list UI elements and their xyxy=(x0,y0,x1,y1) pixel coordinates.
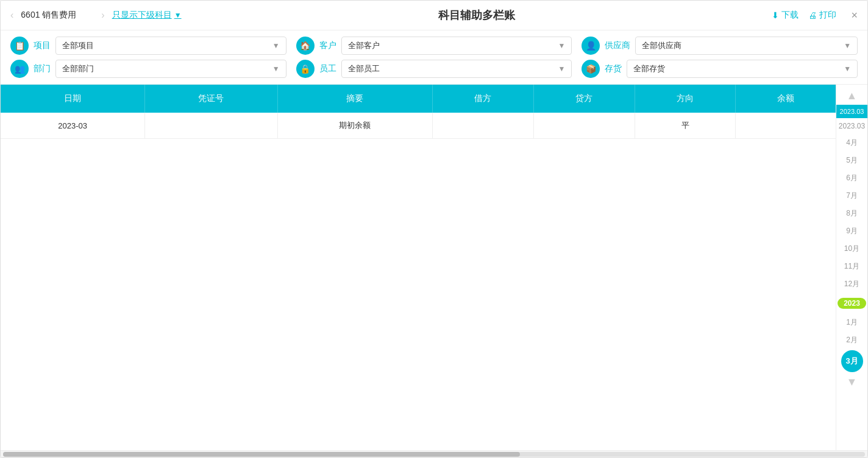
main-content: 日期 凭证号 摘要 借方 贷方 方向 余额 2023-03期初余额平 xyxy=(1,85,836,450)
cell-date: 2023-03 xyxy=(1,113,145,139)
scroll-track xyxy=(3,452,865,457)
filter-project: 📋 项目 全部项目 ▼ xyxy=(10,37,286,55)
nav-prev-button[interactable]: ‹ xyxy=(10,10,13,21)
project-icon: 📋 xyxy=(10,37,29,55)
department-label: 部门 xyxy=(34,63,51,74)
col-summary: 摘要 xyxy=(277,85,432,113)
filter-inventory: 📦 存货 全部存货 ▼ xyxy=(582,60,858,78)
col-credit: 贷方 xyxy=(533,85,635,113)
inventory-label: 存货 xyxy=(605,63,622,74)
col-balance: 余额 xyxy=(736,85,836,113)
print-icon: 🖨 xyxy=(808,10,817,20)
project-select[interactable]: 全部项目 ▼ xyxy=(55,37,286,55)
side-timeline: ▲ 2023.032023.034月5月6月7月8月9月10月11月12月202… xyxy=(836,85,867,450)
download-button[interactable]: ⬇ 下载 xyxy=(772,10,799,21)
employee-select[interactable]: 全部员工 ▼ xyxy=(341,60,572,78)
close-button[interactable]: × xyxy=(851,9,858,22)
table-header-row: 日期 凭证号 摘要 借方 贷方 方向 余额 xyxy=(1,85,836,113)
col-date: 日期 xyxy=(1,85,145,113)
chevron-down-icon: ▼ xyxy=(558,41,565,50)
customer-select[interactable]: 全部客户 ▼ xyxy=(341,37,572,55)
project-label: 项目 xyxy=(34,40,51,51)
supplier-label: 供应商 xyxy=(605,40,630,51)
horizontal-scrollbar[interactable] xyxy=(1,450,867,457)
filter-row-1: 📋 项目 全部项目 ▼ 🏠 客户 全部客户 ▼ 👤 供应商 全部供应 xyxy=(10,37,858,55)
timeline-item-1[interactable]: 2023.03 xyxy=(836,118,867,134)
download-icon: ⬇ xyxy=(772,10,779,20)
cell-balance xyxy=(736,113,836,139)
cell-voucher xyxy=(145,113,277,139)
timeline-down-arrow[interactable]: ▼ xyxy=(844,373,860,391)
cell-direction: 平 xyxy=(635,113,736,139)
print-button[interactable]: 🖨 打印 xyxy=(808,10,836,21)
show-sub-button[interactable]: 只显示下级科目 ▼ xyxy=(112,10,182,21)
timeline-item-5[interactable]: 7月 xyxy=(836,187,867,205)
filter-supplier: 👤 供应商 全部供应商 ▼ xyxy=(582,37,858,55)
chevron-down-icon: ▼ xyxy=(558,65,565,73)
timeline-item-0[interactable]: 2023.03 xyxy=(836,105,867,118)
chevron-down-icon: ▼ xyxy=(844,65,851,73)
table-container: 日期 凭证号 摘要 借方 贷方 方向 余额 2023-03期初余额平 ▲ 202… xyxy=(1,85,867,450)
timeline-item-10[interactable]: 12月 xyxy=(836,275,867,293)
timeline-item-13[interactable]: 2月 xyxy=(836,331,867,349)
chevron-down-icon: ▼ xyxy=(272,41,280,50)
account-code: 6601 销售费用 xyxy=(21,10,94,21)
cell-summary: 期初余额 xyxy=(277,113,432,139)
ledger-table: 日期 凭证号 摘要 借方 贷方 方向 余额 2023-03期初余额平 xyxy=(1,85,836,139)
customer-label: 客户 xyxy=(319,40,336,51)
employee-icon: 🔒 xyxy=(296,60,315,78)
filter-row-2: 👥 部门 全部部门 ▼ 🔒 员工 全部员工 ▼ 📦 存货 全部存货 xyxy=(10,60,858,78)
cell-debit xyxy=(432,113,533,139)
main-window: ‹ 6601 销售费用 › 只显示下级科目 ▼ 科目辅助多栏账 ⬇ 下载 🖨 打… xyxy=(0,0,868,458)
filter-customer: 🏠 客户 全部客户 ▼ xyxy=(296,37,572,55)
filter-area: 📋 项目 全部项目 ▼ 🏠 客户 全部客户 ▼ 👤 供应商 全部供应 xyxy=(1,30,867,85)
chevron-down-icon: ▼ xyxy=(174,11,182,19)
timeline-item-6[interactable]: 8月 xyxy=(836,205,867,222)
timeline-item-11[interactable]: 2023 xyxy=(836,293,867,314)
filter-department: 👥 部门 全部部门 ▼ xyxy=(10,60,286,78)
scroll-thumb[interactable] xyxy=(3,452,520,457)
supplier-icon: 👤 xyxy=(582,37,600,55)
timeline-item-2[interactable]: 4月 xyxy=(836,134,867,152)
inventory-icon: 📦 xyxy=(582,60,600,78)
chevron-down-icon: ▼ xyxy=(844,41,851,50)
timeline-item-9[interactable]: 11月 xyxy=(836,258,867,275)
col-debit: 借方 xyxy=(432,85,533,113)
timeline-item-7[interactable]: 9月 xyxy=(836,222,867,240)
title-bar: ‹ 6601 销售费用 › 只显示下级科目 ▼ 科目辅助多栏账 ⬇ 下载 🖨 打… xyxy=(1,1,867,30)
employee-label: 员工 xyxy=(319,63,336,74)
cell-credit xyxy=(533,113,635,139)
timeline-up-arrow[interactable]: ▲ xyxy=(844,87,860,105)
timeline-items: 2023.032023.034月5月6月7月8月9月10月11月12月20231… xyxy=(836,105,867,373)
nav-next-button[interactable]: › xyxy=(101,10,104,21)
customer-icon: 🏠 xyxy=(296,37,315,55)
page-title: 科目辅助多栏账 xyxy=(189,8,765,23)
col-direction: 方向 xyxy=(635,85,736,113)
toolbar-right: ⬇ 下载 🖨 打印 × xyxy=(772,9,858,22)
department-select[interactable]: 全部部门 ▼ xyxy=(55,60,286,78)
col-voucher: 凭证号 xyxy=(145,85,277,113)
timeline-item-4[interactable]: 6月 xyxy=(836,169,867,187)
timeline-item-3[interactable]: 5月 xyxy=(836,152,867,169)
table-row: 2023-03期初余额平 xyxy=(1,113,836,139)
timeline-item-14[interactable]: 3月 xyxy=(841,350,863,372)
inventory-select[interactable]: 全部存货 ▼ xyxy=(627,60,858,78)
timeline-item-8[interactable]: 10月 xyxy=(836,240,867,258)
department-icon: 👥 xyxy=(10,60,29,78)
timeline-item-12[interactable]: 1月 xyxy=(836,314,867,331)
supplier-select[interactable]: 全部供应商 ▼ xyxy=(635,37,858,55)
chevron-down-icon: ▼ xyxy=(272,65,280,73)
filter-employee: 🔒 员工 全部员工 ▼ xyxy=(296,60,572,78)
